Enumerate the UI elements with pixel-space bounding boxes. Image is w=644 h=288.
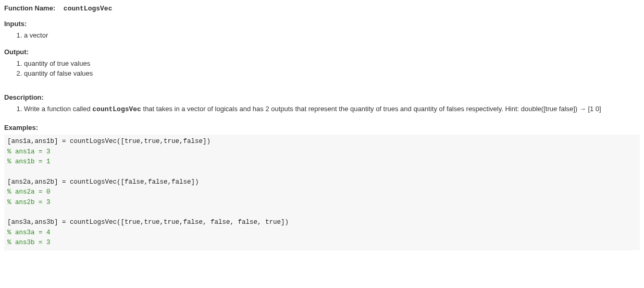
function-name-value: countLogsVec — [64, 5, 113, 13]
code-comment-line: % ans2a = 0 — [7, 188, 51, 196]
code-comment-line: % ans3b = 3 — [7, 239, 51, 246]
code-line: [ans1a,ans1b] = countLogsVec([true,true,… — [7, 138, 210, 145]
code-comment-line: % ans3a = 4 — [7, 229, 51, 236]
description-list: Write a function called countLogsVec tha… — [24, 104, 640, 115]
list-item: quantity of false values — [24, 69, 640, 79]
inputs-label: Inputs: — [4, 20, 640, 28]
examples-label: Examples: — [4, 124, 640, 131]
function-name-row: Function Name: countLogsVec — [4, 4, 640, 13]
code-line: [ans2a,ans2b] = countLogsVec([false,fals… — [7, 178, 199, 186]
list-item: a vector — [24, 31, 640, 41]
code-comment-line: % ans1b = 1 — [7, 158, 51, 165]
list-item: quantity of true values — [24, 59, 640, 69]
output-label: Output: — [4, 48, 640, 56]
description-bold: countLogsVec — [92, 105, 141, 113]
description-suffix: that takes in a vector of logicals and h… — [141, 105, 601, 113]
code-comment-line: % ans1a = 3 — [7, 148, 51, 155]
inputs-list: a vector — [24, 31, 640, 41]
description-label: Description: — [4, 93, 640, 101]
code-comment-line: % ans2b = 3 — [7, 199, 51, 206]
function-name-label: Function Name: — [4, 4, 55, 12]
output-list: quantity of true values quantity of fals… — [24, 59, 640, 79]
list-item: Write a function called countLogsVec tha… — [24, 104, 640, 115]
code-line: [ans3a,ans3b] = countLogsVec([true,true,… — [7, 219, 289, 226]
description-prefix: Write a function called — [24, 105, 92, 113]
examples-code: [ans1a,ans1b] = countLogsVec([true,true,… — [4, 135, 640, 250]
